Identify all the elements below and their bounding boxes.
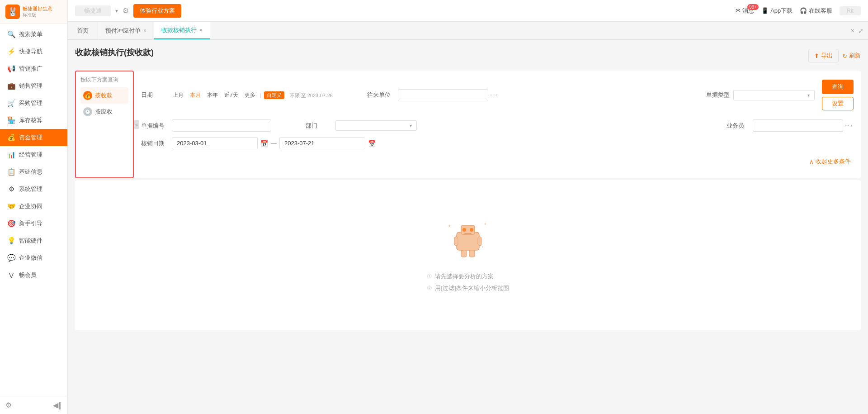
- partner-dots-btn[interactable]: ···: [490, 91, 499, 99]
- verify-date-label: 核销日期: [141, 139, 165, 148]
- collapse-more-btn[interactable]: ∧ 收起更多条件: [141, 155, 854, 168]
- logo-area: 🐰 畅捷通好生意 标准版: [0, 0, 67, 24]
- verify-start-calendar-icon[interactable]: 📅: [260, 140, 268, 147]
- date-btn-this-year[interactable]: 本年: [205, 90, 220, 100]
- export-icon: ⬆: [814, 52, 819, 59]
- bill-type-select[interactable]: ▾: [733, 90, 815, 100]
- sidebar-item-wechat[interactable]: 💬 企业微信: [0, 249, 67, 266]
- verify-date-start-input[interactable]: [172, 137, 258, 149]
- app-download-btn[interactable]: 📱 App下载: [761, 7, 793, 15]
- svg-rect-5: [454, 237, 458, 246]
- tab-home[interactable]: 首页: [68, 22, 98, 39]
- refresh-icon: ↻: [842, 52, 847, 59]
- date-btn-this-month[interactable]: 本月: [188, 90, 203, 100]
- verify-date-end-input[interactable]: [279, 137, 365, 149]
- tab-verify[interactable]: 收款核销执行 ×: [154, 22, 210, 39]
- query-row-1: 日期 上月 本月 本年 近7天 更多 | 自定义 不限 至 2023-07-26: [141, 76, 854, 114]
- query-btn[interactable]: 查询: [822, 80, 854, 94]
- empty-tip-2: 用[过滤]条件来缩小分析范围: [435, 282, 509, 294]
- date-no-limit: 不限: [290, 93, 300, 98]
- query-row-3: 核销日期 📅 — 📅: [141, 137, 854, 149]
- sidebar-item-management[interactable]: 📊 经营管理: [0, 146, 67, 163]
- date-btn-last-month[interactable]: 上月: [171, 90, 185, 100]
- empty-tips: ① 请先选择要分析的方案 ② 用[过滤]条件来缩小分析范围: [427, 271, 509, 294]
- verify-end-calendar-icon[interactable]: 📅: [368, 140, 376, 147]
- collab-icon: 🤝: [7, 202, 15, 210]
- partner-input[interactable]: [398, 89, 488, 101]
- date-dash: —: [271, 140, 277, 147]
- sidebar-item-member[interactable]: V 畅会员: [0, 266, 67, 284]
- sidebar-nav: 🔍 搜索菜单 ⚡ 快捷导航 📢 营销推广 💼 销售管理 🛒 采购管理 🏪 库存核…: [0, 24, 67, 396]
- svg-rect-7: [461, 250, 467, 257]
- staff-dots-btn[interactable]: ···: [845, 122, 854, 130]
- sidebar-item-finance[interactable]: 💰 资金管理: [0, 129, 67, 146]
- collapse-label: 收起更多条件: [816, 157, 851, 166]
- setting-btn[interactable]: 设置: [822, 97, 854, 110]
- collapse-sidebar-btn[interactable]: ◀‖: [53, 401, 62, 409]
- topbar-dropdown-icon[interactable]: ▾: [115, 8, 118, 14]
- content-area: 收款核销执行(按收款) ⬆ 导出 ↻ 刷新 按以下方案查询 💰 按收款: [68, 40, 868, 414]
- bill-type-label: 单据类型: [706, 91, 730, 99]
- sidebar-item-inventory[interactable]: 🏪 库存核算: [0, 112, 67, 129]
- sidebar-label-basic: 基础信息: [19, 168, 42, 176]
- inventory-icon: 🏪: [7, 116, 15, 124]
- sidebar-item-purchase[interactable]: 🛒 采购管理: [0, 95, 67, 112]
- refresh-btn[interactable]: ↻ 刷新: [842, 49, 861, 62]
- tab-expand-icon[interactable]: ⤢: [858, 27, 863, 34]
- message-btn[interactable]: ✉ 消息 99+: [736, 7, 754, 15]
- online-service-btn[interactable]: 🎧 在线客服: [800, 7, 832, 15]
- topbar-gear-icon[interactable]: ⚙: [123, 6, 129, 15]
- sidebar-label-sales: 销售管理: [19, 82, 42, 90]
- sidebar-label-marketing: 营销推广: [19, 65, 42, 73]
- date-btn-more[interactable]: 更多: [243, 90, 257, 100]
- tab-prepay[interactable]: 预付冲应付单 ×: [98, 22, 154, 39]
- query-row-2: 单据编号 部门 ▾ 业务员 ···: [141, 119, 854, 132]
- tab-prepay-label: 预付冲应付单: [105, 27, 141, 35]
- tab-verify-label: 收款核销执行: [161, 26, 197, 34]
- verify-date-group: 📅 — 📅: [172, 137, 376, 149]
- receipt-filter-icon: 💰: [83, 91, 92, 100]
- receivable-filter-icon: 🕐: [83, 107, 92, 116]
- sidebar-item-collab[interactable]: 🤝 企业协同: [0, 198, 67, 215]
- export-btn[interactable]: ⬆ 导出: [808, 49, 839, 62]
- bill-no-input[interactable]: [172, 119, 271, 132]
- svg-text:✦: ✦: [448, 224, 451, 228]
- staff-input[interactable]: [753, 119, 843, 132]
- custom-tag: 自定义: [264, 91, 284, 99]
- filter-item-receipt[interactable]: 💰 按收款: [80, 87, 128, 104]
- industry-btn[interactable]: 体验行业方案: [133, 4, 181, 18]
- staff-input-group: ···: [753, 119, 854, 132]
- dept-label: 部门: [306, 122, 328, 130]
- filter-item-receipt-label: 按收款: [95, 91, 113, 100]
- tab-verify-close[interactable]: ×: [199, 27, 203, 33]
- svg-rect-6: [478, 237, 481, 246]
- finance-icon: 💰: [7, 133, 15, 142]
- sidebar-item-sales[interactable]: 💼 销售管理: [0, 77, 67, 95]
- marketing-icon: 📢: [7, 65, 15, 73]
- filter-item-receivable[interactable]: 🕐 按应收: [80, 104, 128, 120]
- member-icon: V: [7, 271, 15, 279]
- tab-home-label: 首页: [77, 27, 89, 35]
- svg-text:✦: ✦: [484, 222, 487, 226]
- sidebar-item-system[interactable]: ⚙ 系统管理: [0, 181, 67, 198]
- query-actions: 查询 设置: [822, 76, 854, 114]
- service-label: 在线客服: [809, 7, 832, 15]
- main-area: 畅捷通 ▾ ⚙ 体验行业方案 ✉ 消息 99+ 📱 App下载 🎧 在线客服 R…: [68, 0, 868, 414]
- sidebar-item-marketing[interactable]: 📢 营销推广: [0, 60, 67, 77]
- settings-bottom-icon[interactable]: ⚙: [5, 401, 12, 409]
- sidebar-item-basic[interactable]: 📋 基础信息: [0, 163, 67, 181]
- sidebar-item-quick[interactable]: ⚡ 快捷导航: [0, 43, 67, 60]
- sidebar-item-hardware[interactable]: 💡 智能硬件: [0, 232, 67, 249]
- tab-prepay-close[interactable]: ×: [143, 28, 146, 34]
- filter-item-receivable-label: 按应收: [95, 108, 113, 116]
- purchase-icon: 🛒: [7, 99, 15, 107]
- filter-collapse-btn[interactable]: «: [134, 120, 139, 129]
- dept-select[interactable]: ▾: [335, 120, 417, 131]
- sales-icon: 💼: [7, 82, 15, 90]
- user-avatar[interactable]: Rit: [840, 6, 861, 15]
- sidebar-item-guide[interactable]: 🎯 新手引导: [0, 215, 67, 232]
- sidebar-item-search[interactable]: 🔍 搜索菜单: [0, 26, 67, 43]
- page-header: 收款核销执行(按收款) ⬆ 导出 ↻ 刷新: [75, 47, 861, 64]
- date-btn-7days[interactable]: 近7天: [222, 90, 240, 100]
- tab-close-all-icon[interactable]: ×: [851, 27, 854, 34]
